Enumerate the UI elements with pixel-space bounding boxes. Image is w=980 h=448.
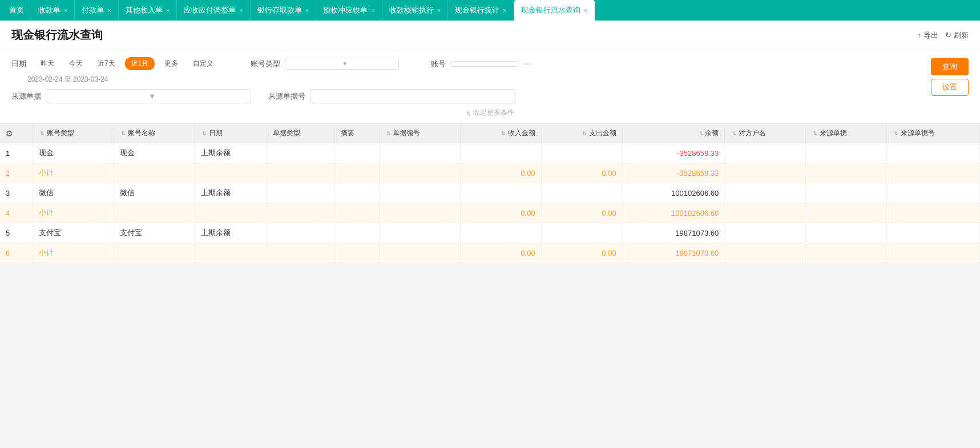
sort-icon: ⇅	[40, 131, 45, 136]
nav-tab-close[interactable]: ×	[305, 7, 309, 14]
cell-counterparty	[725, 183, 806, 203]
cell-balance: 100102606.60	[622, 203, 725, 223]
cell-doc-type	[267, 243, 335, 263]
date-btn-1month[interactable]: 近1月	[125, 57, 155, 70]
col-summary[interactable]: 摘要	[335, 124, 380, 143]
account-type-label: 账号类型	[251, 59, 280, 69]
sort-icon: ⇅	[732, 131, 736, 136]
table-row[interactable]: 3 微信 微信 上期余额 100102606.60	[0, 183, 980, 203]
cell-counterparty	[725, 163, 806, 183]
table-header-row: ⚙ ⇅ 账号类型 ⇅ 账号名称 ⇅ 日期 单据类型 摘要 ⇅ 单据编号 ⇅ 收入…	[0, 124, 980, 143]
col-expense[interactable]: ⇅ 支出金额	[541, 124, 622, 143]
col-doc-no[interactable]: ⇅ 单据编号	[379, 124, 460, 143]
table-row[interactable]: 4 小计 0.00 0.00 100102606.60	[0, 203, 980, 223]
col-source-doc[interactable]: ⇅ 来源单据	[806, 124, 887, 143]
col-acct-type[interactable]: ⇅ 账号类型	[33, 124, 114, 143]
nav-tab-yingshouyingfu[interactable]: 应收应付调整单 ×	[177, 0, 250, 21]
cell-source-doc	[806, 223, 887, 243]
header-actions: ↑ 导出 ↻ 刷新	[918, 30, 969, 41]
date-btn-yesterday[interactable]: 昨天	[35, 57, 59, 70]
col-date[interactable]: ⇅ 日期	[195, 124, 267, 143]
table-row[interactable]: 1 现金 现金 上期余额 -3528659.33	[0, 143, 980, 163]
cell-acct-name: 支付宝	[114, 223, 195, 243]
date-btn-7days[interactable]: 近7天	[92, 57, 120, 70]
cell-date	[195, 203, 267, 223]
nav-tab-yinhangcuqu[interactable]: 银行存取款单 ×	[251, 0, 316, 21]
nav-tab-close[interactable]: ×	[239, 7, 243, 14]
nav-tab-close[interactable]: ×	[64, 7, 67, 14]
cell-no: 4	[0, 203, 33, 223]
nav-tab-close[interactable]: ×	[437, 7, 441, 14]
nav-tab-close[interactable]: ×	[107, 7, 111, 14]
source-doc-select[interactable]: ▼	[46, 89, 251, 103]
cell-balance: 19871073.60	[622, 223, 725, 243]
cell-source-doc	[806, 183, 887, 203]
refresh-button[interactable]: ↻ 刷新	[945, 30, 969, 41]
nav-home[interactable]: 首页	[2, 0, 31, 21]
nav-tab-qitashouru[interactable]: 其他收入单 ×	[119, 0, 177, 21]
cell-balance: -3528659.33	[622, 143, 725, 163]
cell-acct-name: 现金	[114, 143, 195, 163]
cell-summary	[335, 143, 380, 163]
col-counterparty[interactable]: ⇅ 对方户名	[725, 124, 806, 143]
cell-balance: 100102606.60	[622, 183, 725, 203]
table-row[interactable]: 6 小计 0.00 0.00 19871073.60	[0, 243, 980, 263]
nav-tab-shoukuanhexiao[interactable]: 收款核销执行 ×	[382, 0, 448, 21]
source-doc-no-input[interactable]	[310, 89, 515, 103]
account-input[interactable]	[450, 61, 519, 67]
cell-income: 0.00	[460, 243, 541, 263]
query-button[interactable]: 查询	[931, 58, 969, 75]
source-doc-no-group: 来源单据号	[268, 89, 922, 103]
cell-expense: 0.00	[541, 163, 622, 183]
nav-tab-close[interactable]: ×	[584, 7, 587, 14]
col-doc-type[interactable]: 单据类型	[267, 124, 335, 143]
nav-tab-label: 付款单	[82, 5, 104, 15]
cell-doc-type	[267, 203, 335, 223]
cell-acct-name	[114, 243, 195, 263]
nav-tab-label: 收款核销执行	[389, 5, 434, 15]
nav-tab-close[interactable]: ×	[166, 7, 170, 14]
col-source-doc-no[interactable]: ⇅ 来源单据号	[887, 124, 980, 143]
nav-tab-close[interactable]: ×	[371, 7, 374, 14]
cell-date	[195, 163, 267, 183]
source-doc-no-label: 来源单据号	[268, 91, 305, 102]
date-btn-more[interactable]: 更多	[159, 57, 183, 70]
nav-tab-yushou[interactable]: 预收冲应收单 ×	[316, 0, 382, 21]
nav-tab-shoukuandan[interactable]: 收款单 ×	[31, 0, 75, 21]
col-gear[interactable]: ⚙	[0, 124, 33, 143]
sort-icon: ⇅	[894, 131, 898, 136]
nav-tab-xianjintongji[interactable]: 现金银行统计 ×	[448, 0, 514, 21]
sort-icon: ⇅	[582, 131, 587, 136]
cell-no: 5	[0, 223, 33, 243]
nav-tab-label: 银行存取款单	[257, 5, 302, 15]
export-button[interactable]: ↑ 导出	[918, 30, 939, 41]
cell-no: 2	[0, 163, 33, 183]
collapse-bar[interactable]: ∧ 收起更多条件	[11, 106, 969, 119]
cell-source-doc	[806, 143, 887, 163]
account-type-select[interactable]: ▼	[285, 58, 399, 70]
table-row[interactable]: 2 小计 0.00 0.00 -3528659.33	[0, 163, 980, 183]
col-income[interactable]: ⇅ 收入金额	[460, 124, 541, 143]
date-options: 昨天 今天 近7天 近1月 更多 自定义	[35, 57, 219, 70]
cell-doc-no	[379, 143, 460, 163]
col-balance[interactable]: ⇅ 余额	[622, 124, 725, 143]
settings-button[interactable]: 设置	[931, 79, 969, 96]
refresh-label: 刷新	[954, 30, 969, 41]
nav-tab-label: 收款单	[38, 5, 61, 15]
right-button-column: 查询 设置	[931, 57, 969, 96]
date-btn-today[interactable]: 今天	[64, 57, 88, 70]
account-dots[interactable]: ···	[523, 59, 531, 69]
cell-summary	[335, 223, 380, 243]
table-row[interactable]: 5 支付宝 支付宝 上期余额 19871073.60	[0, 223, 980, 243]
cell-income: 0.00	[460, 163, 541, 183]
nav-tab-liushui[interactable]: 现金银行流水查询 ×	[514, 0, 595, 21]
date-btn-custom[interactable]: 自定义	[188, 57, 219, 70]
cell-no: 6	[0, 243, 33, 263]
nav-tab-fukuandan[interactable]: 付款单 ×	[75, 0, 118, 21]
cell-date: 上期余额	[195, 143, 267, 163]
source-doc-label: 来源单据	[11, 91, 41, 102]
table-container: ⚙ ⇅ 账号类型 ⇅ 账号名称 ⇅ 日期 单据类型 摘要 ⇅ 单据编号 ⇅ 收入…	[0, 124, 980, 263]
export-icon: ↑	[918, 31, 922, 39]
col-acct-name[interactable]: ⇅ 账号名称	[114, 124, 195, 143]
nav-tab-close[interactable]: ×	[503, 7, 506, 14]
